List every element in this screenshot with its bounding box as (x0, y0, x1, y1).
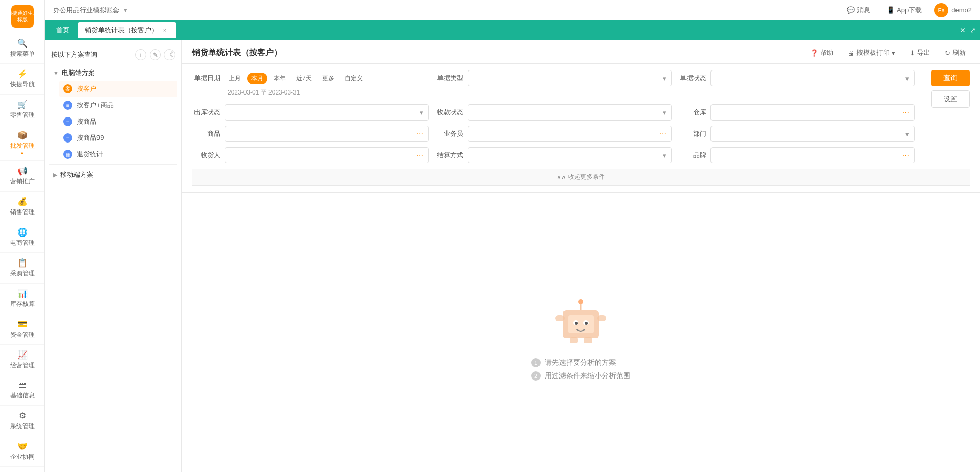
user-info[interactable]: Ea demo2 (934, 3, 972, 17)
tree-child-by-customer[interactable]: 客 按客户 (59, 81, 177, 97)
sidebar-item-label: 批发管理 (10, 141, 35, 150)
print-arrow-icon: ▾ (892, 49, 895, 57)
collapse-panel-btn[interactable]: 《 (164, 49, 175, 60)
sidebar-item-basic[interactable]: 🗃 基础信息 (0, 375, 44, 406)
desktop-section-label: 电脑端方案 (62, 68, 95, 78)
empty-illustration (550, 285, 611, 346)
tree-child-by-goods99[interactable]: ≡ 按商品99 (59, 130, 177, 146)
tip-num-1: 1 (531, 358, 541, 367)
sidebar-item-label: 销售管理 (10, 208, 35, 217)
sidebar-item-label: 基础信息 (10, 391, 35, 400)
inventory-icon: 📊 (17, 289, 28, 298)
tree-desktop-section[interactable]: ▼ 电脑端方案 (49, 65, 177, 81)
tree-child-by-goods[interactable]: ≡ 按商品 (59, 113, 177, 130)
brand-input[interactable]: ··· (710, 147, 915, 163)
search-button[interactable]: 查询 (931, 70, 970, 86)
sidebar-item-wholesale[interactable]: 📦 批发管理 ▲ (0, 125, 44, 161)
tab-active[interactable]: 销货单统计表（按客户） × (78, 22, 176, 38)
sidebar-item-operation[interactable]: 📈 经营管理 (0, 345, 44, 375)
retail-icon: 🛒 (17, 100, 28, 109)
search-icon: 🔍 (17, 38, 28, 48)
edit-scheme-btn[interactable]: ✎ (150, 49, 161, 60)
goods99-scheme-icon: ≡ (63, 133, 72, 143)
collapse-bar[interactable]: ∧∧ 收起更多条件 (192, 169, 970, 186)
dept-input[interactable]: ▾ (710, 126, 915, 142)
sidebar-item-label: 企业协同 (10, 453, 35, 461)
date-tab-this-year[interactable]: 本年 (270, 73, 290, 84)
warehouse-filter-cell: 仓库 ··· (678, 104, 915, 121)
tab-home[interactable]: 首页 (49, 22, 77, 38)
customer-scheme-icon: 客 (63, 84, 72, 93)
sidebar-item-ecommerce[interactable]: 🌐 电商管理 (0, 222, 44, 253)
app-download-btn[interactable]: 📱 App下载 (883, 4, 926, 17)
refresh-btn[interactable]: ↻ 刷新 (941, 46, 970, 59)
active-tab-label: 销货单统计表（按客户） (85, 26, 158, 35)
sidebar-item-inventory[interactable]: 📊 库存核算 (0, 284, 44, 314)
help-icon: ❓ (810, 49, 818, 57)
warehouse-input[interactable]: ··· (710, 104, 915, 121)
receiver-label: 收货人 (192, 151, 220, 160)
goods-filter-cell: 商品 ··· (192, 126, 429, 142)
tab-close-btn[interactable]: × (161, 26, 169, 34)
tree-mobile-section[interactable]: ▶ 移动端方案 (49, 167, 177, 182)
tree-children: 客 按客户 ≡ 按客户+商品 ≡ 按商品 ≡ 按商品99 (49, 81, 177, 162)
dept-label: 部门 (678, 129, 706, 138)
tree-expand-right-icon: ▶ (53, 172, 57, 178)
salesperson-input[interactable]: ··· (468, 126, 672, 142)
receiver-input[interactable]: ··· (225, 147, 429, 163)
export-btn[interactable]: ⬇ 导出 (905, 46, 935, 59)
sidebar-item-retail[interactable]: 🛒 零售管理 (0, 95, 44, 125)
child-label: 按客户 (77, 84, 96, 93)
sidebar-item-purchase[interactable]: 📋 采购管理 (0, 253, 44, 284)
date-tab-last-month[interactable]: 上月 (225, 73, 245, 84)
doc-type-filter-cell: 单据类型 ▾ (435, 70, 672, 86)
sidebar-item-label: 快捷导航 (10, 80, 35, 89)
sidebar-item-sales[interactable]: 💰 销售管理 (0, 192, 44, 222)
basic-icon: 🗃 (18, 381, 27, 390)
date-tab-more[interactable]: 更多 (318, 73, 338, 84)
doc-status-input[interactable]: ▾ (710, 70, 915, 86)
sidebar-item-search[interactable]: 🔍 搜索菜单 (0, 33, 44, 64)
filter-area: 单据日期 上月 本月 本年 近7天 更多 自定义 (182, 64, 980, 193)
collapse-label: 收起更多条件 (568, 173, 605, 181)
svg-rect-11 (584, 337, 592, 343)
out-status-filter-cell: 出库状态 ▾ (192, 104, 429, 121)
receipt-status-input[interactable]: ▾ (468, 104, 672, 121)
left-panel: 按以下方案查询 + ✎ 《 ▼ 电脑端方案 客 按客户 (45, 40, 182, 472)
finance-icon: 💳 (17, 319, 28, 329)
doc-type-input[interactable]: ▾ (468, 70, 672, 86)
message-btn[interactable]: 💬 消息 (843, 4, 874, 17)
tree-child-return-stats[interactable]: ▦ 退货统计 (59, 146, 177, 162)
settings-button[interactable]: 设置 (931, 90, 970, 108)
goods-input[interactable]: ··· (225, 126, 429, 142)
sidebar-item-finance[interactable]: 💳 资金管理 (0, 314, 44, 345)
out-status-input[interactable]: ▾ (225, 104, 429, 121)
main-area: 办公用品行业模拟账套 ▾ 💬 消息 📱 App下载 Ea demo2 首页 销货… (45, 0, 980, 472)
settlement-input[interactable]: ▾ (468, 147, 672, 163)
out-status-label: 出库状态 (192, 108, 220, 117)
download-icon: 📱 (887, 6, 895, 14)
receiver-filter-cell: 收货人 ··· (192, 147, 429, 163)
date-filter-cell: 单据日期 上月 本月 本年 近7天 更多 自定义 (192, 73, 429, 84)
export-icon: ⬇ (910, 49, 915, 57)
maximize-icon[interactable]: ⤢ (970, 26, 976, 34)
sidebar-item-marketing[interactable]: 📢 营销推广 (0, 161, 44, 192)
sidebar-item-newguide[interactable]: 🎯 新手引导 (0, 467, 44, 472)
goods-label: 商品 (192, 129, 220, 138)
tree-child-by-customer-goods[interactable]: ≡ 按客户+商品 (59, 97, 177, 113)
print-btn[interactable]: 🖨 按模板打印 ▾ (844, 46, 899, 59)
date-tab-custom[interactable]: 自定义 (340, 73, 367, 84)
avatar: Ea (934, 3, 948, 17)
date-range: 2023-03-01 至 2023-03-31 (228, 89, 300, 96)
sidebar-item-label: 系统管理 (10, 422, 35, 431)
sidebar-item-cooperation[interactable]: 🤝 企业协同 (0, 436, 44, 467)
sidebar-item-system[interactable]: ⚙ 系统管理 (0, 406, 44, 436)
date-tab-7days[interactable]: 近7天 (292, 73, 316, 84)
close-window-icon[interactable]: ✕ (960, 26, 966, 34)
cooperation-icon: 🤝 (17, 441, 28, 451)
date-tab-this-month[interactable]: 本月 (247, 73, 267, 84)
sidebar-item-shortcut[interactable]: ⚡ 快捷导航 (0, 64, 44, 95)
mobile-section-label: 移动端方案 (60, 170, 93, 179)
help-btn[interactable]: ❓ 帮助 (806, 46, 838, 59)
add-scheme-btn[interactable]: + (135, 49, 146, 60)
